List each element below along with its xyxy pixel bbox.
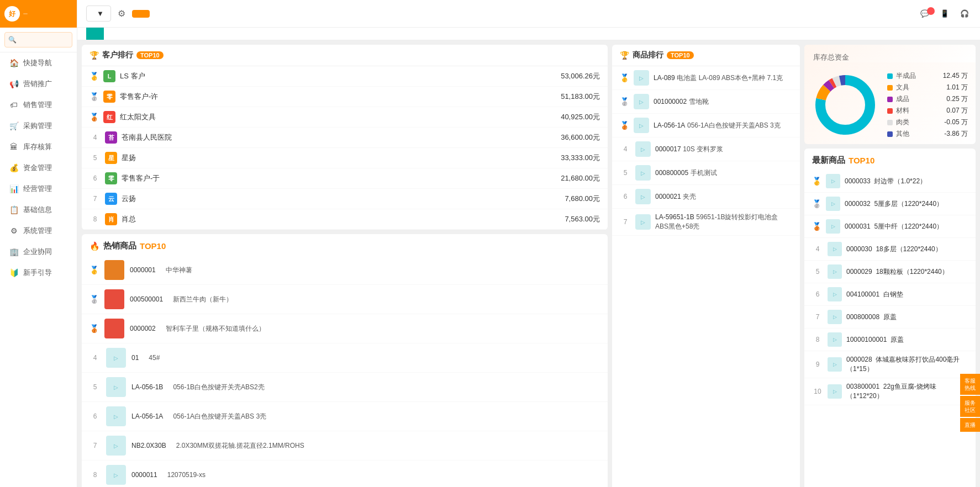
marketing-icon: 📢 — [9, 80, 19, 88]
new-products-card: 最新商品 TOP10 🥇 ▷ 0000033 封边带（1.0*22） 🥈 ▷ 0… — [804, 149, 976, 487]
product-thumbnail: ▷ — [828, 264, 842, 279]
product-name: 056-1A白色按键开关盖ABS 3壳 — [173, 412, 266, 421]
legend-color-dot — [887, 97, 893, 102]
hot-product-row: 6 ▷ LA-056-1A 056-1A白色按键开关盖ABS 3壳 — [82, 402, 608, 431]
sidebar-item-basic-info[interactable]: 📋基础信息 — [0, 199, 77, 220]
customer-rank-row: 8 肖 肖总 7,563.00元 — [82, 209, 608, 230]
enterprise-icon: 🏢 — [9, 247, 19, 256]
legend-color-dot — [887, 120, 893, 125]
product-thumbnail: ▷ — [828, 287, 842, 301]
new-product-row: 6 ▷ 004100001 白钢垫 — [804, 283, 976, 306]
search-menu-button[interactable]: 🔍 — [4, 32, 72, 47]
product-thumbnail: ▷ — [828, 384, 842, 399]
finance-icon: 💰 — [9, 163, 19, 172]
sidebar: 好 🔍 🏠快捷导航📢营销推广🏷销售管理🛒采购管理🏛库存核算💰资金管理📊经营管理📋… — [0, 0, 77, 487]
purchase-icon: 🛒 — [9, 121, 19, 130]
product-thumbnail — [104, 319, 124, 338]
product-rank-row: 4 ▷ 0000017 10S 变料罗浆 — [612, 137, 800, 161]
sidebar-item-purchase[interactable]: 🛒采购管理 — [0, 115, 77, 136]
sidebar-label-enterprise: 企业协同 — [23, 247, 52, 257]
sidebar-item-sales[interactable]: 🏷销售管理 — [0, 94, 77, 115]
customer-amount: 21,680.00元 — [561, 173, 600, 183]
product-thumbnail: ▷ — [635, 141, 651, 157]
sidebar-label-marketing: 营销推广 — [23, 79, 52, 89]
customer-avatar: L — [103, 70, 115, 82]
customer-rank-row: 🥇 L LS 客户 53,006.26元 — [82, 66, 608, 87]
topbar-right: 💬 📱 🎧 — [920, 9, 971, 18]
float-btn-2[interactable]: 直播 — [960, 418, 980, 432]
inventory-legend: 半成品 12.45 万 文具 1.01 万 成品 0.25 万 材料 0.07 … — [887, 71, 968, 139]
product-info: LA-089 电池盖 LA-089 ABS本色+黑种 7.1克 — [654, 73, 792, 83]
trophy-icon-2: 🏆 — [620, 51, 629, 60]
legend-name: 成品 — [896, 94, 943, 104]
nav-tabs — [77, 28, 980, 40]
rank-number: 6 — [89, 174, 101, 182]
customer-ranking-header: 🏆 客户排行 TOP10 — [82, 45, 608, 66]
sidebar-label-sales: 销售管理 — [23, 100, 52, 110]
product-name: 中华神薯 — [166, 266, 192, 275]
inventory-chart-section: 半成品 12.45 万 文具 1.01 万 成品 0.25 万 材料 0.07 … — [804, 66, 976, 144]
legend-item: 成品 0.25 万 — [887, 94, 968, 104]
product-thumbnail: ▷ — [828, 357, 842, 372]
legend-value: 12.45 万 — [943, 71, 968, 81]
customer-rank-row: 5 星 星扬 33,333.00元 — [82, 148, 608, 168]
main-area: ▼ ⚙ 💬 📱 🎧 — [77, 0, 980, 487]
float-buttons: 客服 热线服务 社区直播 — [960, 374, 980, 432]
trial-button[interactable] — [132, 10, 150, 18]
rank-number: 6 — [620, 193, 631, 200]
product-name: 056-1B白色按键开关壳ABS2壳 — [173, 383, 264, 392]
customer-rank-row: 4 苔 苍南县人民医院 36,600.00元 — [82, 128, 608, 148]
customer-avatar: 零 — [105, 172, 117, 184]
settings-icon[interactable]: ⚙ — [118, 8, 125, 19]
legend-item: 其他 -3.86 万 — [887, 129, 968, 139]
customer-amount: 7,563.00元 — [565, 214, 600, 224]
product-code: 01 — [131, 354, 139, 362]
customer-avatar: 星 — [105, 152, 117, 164]
hot-products-title: 🔥 热销商品 TOP10 — [82, 234, 608, 256]
online-service[interactable]: 🎧 — [960, 9, 971, 18]
product-info: 0000021 夹壳 — [655, 192, 792, 202]
sidebar-item-quick-nav[interactable]: 🏠快捷导航 — [0, 52, 77, 73]
customer-amount: 7,680.00元 — [565, 194, 600, 204]
new-product-row: 🥉 ▷ 0000031 5厘中纤（1220*2440） — [804, 215, 976, 238]
sidebar-item-enterprise[interactable]: 🏢企业协同 — [0, 241, 77, 262]
silver-medal-icon: 🥈 — [89, 92, 99, 101]
sidebar-item-inventory[interactable]: 🏛库存核算 — [0, 136, 77, 157]
product-name: 45# — [149, 354, 160, 362]
app-download[interactable]: 📱 — [940, 9, 951, 18]
message-badge[interactable]: 💬 — [920, 9, 931, 18]
sidebar-item-system[interactable]: ⚙系统管理 — [0, 220, 77, 241]
customer-ranking-title: 客户排行 — [102, 50, 133, 60]
system-selector[interactable]: ▼ — [86, 6, 111, 22]
hot-product-row: 5 ▷ LA-056-1B 056-1B白色按键开关壳ABS2壳 — [82, 373, 608, 402]
float-btn-0[interactable]: 客服 热线 — [960, 374, 980, 395]
gold-medal-icon: 🥇 — [89, 72, 99, 81]
tab-home[interactable] — [86, 28, 104, 40]
sales-icon: 🏷 — [9, 100, 19, 109]
product-name: 12070519-xs — [167, 471, 206, 479]
customer-ranking-card: 🏆 客户排行 TOP10 🥇 L LS 客户 53,006.26元 🥈 零 零售… — [82, 45, 608, 230]
customer-rank-row: 6 零 零售客户-于 21,680.00元 — [82, 168, 608, 189]
product-code: LA-056-1A — [131, 412, 163, 420]
new-product-row: 5 ▷ 0000029 18颗粒板（1220*2440） — [804, 261, 976, 283]
sidebar-item-finance[interactable]: 💰资金管理 — [0, 157, 77, 178]
quick-nav-icon: 🏠 — [9, 59, 19, 67]
rank-number: 7 — [89, 442, 101, 449]
float-btn-1[interactable]: 服务 社区 — [960, 396, 980, 417]
product-rank-row: 🥇 ▷ LA-089 电池盖 LA-089 ABS本色+黑种 7.1克 — [612, 66, 800, 90]
customer-rank-row: 7 云 云扬 7,680.00元 — [82, 189, 608, 209]
product-ranking-list: 🥇 ▷ LA-089 电池盖 LA-089 ABS本色+黑种 7.1克 🥈 ▷ … — [612, 66, 800, 236]
sidebar-nav: 🏠快捷导航📢营销推广🏷销售管理🛒采购管理🏛库存核算💰资金管理📊经营管理📋基础信息… — [0, 52, 77, 283]
new-product-row: 🥇 ▷ 0000033 封边带（1.0*22） — [804, 170, 976, 193]
sidebar-item-operations[interactable]: 📊经营管理 — [0, 178, 77, 199]
sidebar-label-quick-nav: 快捷导航 — [23, 58, 52, 68]
product-thumbnail: ▷ — [635, 189, 651, 204]
rank-number: 10 — [812, 388, 823, 395]
inventory-card: 库存总资金 — [804, 45, 976, 144]
sidebar-item-marketing[interactable]: 📢营销推广 — [0, 73, 77, 94]
new-product-row: 10 ▷ 003800001 22g鱼豆腐-烧烤味（1*12*20） — [804, 378, 976, 405]
sidebar-item-guide[interactable]: 🔰新手引导 — [0, 262, 77, 283]
rank-number: 8 — [89, 471, 101, 479]
basic-info-icon: 📋 — [9, 205, 19, 214]
donut-chart — [812, 72, 878, 138]
